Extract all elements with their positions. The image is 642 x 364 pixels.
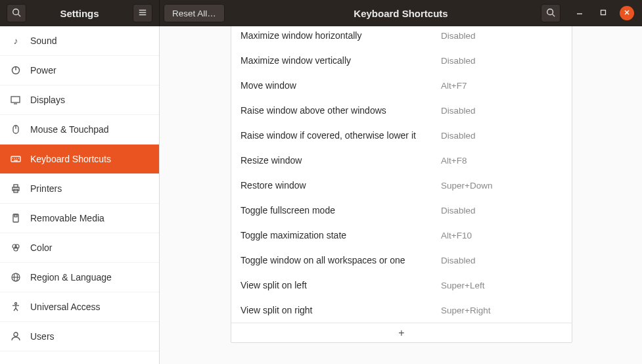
shortcut-label: Move window (241, 80, 441, 91)
svg-rect-24 (14, 185, 18, 187)
svg-line-37 (14, 308, 16, 311)
search-icon (546, 8, 555, 19)
sidebar-item-label: Displays (30, 95, 65, 105)
svg-rect-13 (11, 97, 20, 102)
shortcut-accel: Disabled (441, 31, 476, 41)
svg-point-34 (15, 303, 17, 305)
sidebar-item-keyboard-shortcuts[interactable]: Keyboard Shortcuts (0, 145, 159, 174)
printer-icon (11, 183, 21, 194)
sidebar-item-mouse[interactable]: Mouse & Touchpad (0, 115, 159, 145)
shortcut-accel: Super+Down (441, 181, 492, 191)
sidebar-item-color[interactable]: Color (0, 233, 159, 263)
shortcut-label: Maximize window horizontally (241, 30, 441, 41)
shortcut-accel: Disabled (441, 256, 476, 265)
minimize-icon (576, 9, 583, 17)
sidebar-item-label: Users (30, 331, 55, 342)
shortcut-accel: Alt+F8 (441, 156, 467, 166)
svg-rect-8 (601, 11, 606, 15)
shortcut-row[interactable]: Maximize window horizontally Disabled (231, 26, 572, 48)
svg-line-38 (16, 308, 18, 311)
color-icon (11, 242, 21, 253)
shortcut-label: Maximize window vertically (241, 55, 441, 66)
svg-line-6 (553, 14, 555, 16)
sidebar-item-label: Color (30, 242, 52, 253)
sidebar-item-sound[interactable]: ♪ Sound (0, 26, 159, 56)
sidebar-item-displays[interactable]: Displays (0, 85, 159, 115)
sidebar-item-label: Region & Language (30, 272, 112, 283)
svg-line-1 (18, 14, 21, 16)
shortcut-accel: Alt+F7 (441, 81, 467, 91)
hamburger-menu-button[interactable] (133, 4, 152, 22)
shortcut-label: Restore window (241, 180, 441, 191)
removable-media-icon (11, 213, 21, 223)
sidebar-item-label: Universal Access (30, 302, 101, 312)
sidebar-item-users[interactable]: Users (0, 322, 159, 352)
user-icon (11, 331, 21, 342)
mouse-icon (11, 124, 21, 135)
shortcut-row[interactable]: Raise window above other windows Disable… (231, 98, 572, 123)
sidebar: ♪ Sound Power Displays Mouse & Touch (0, 26, 160, 364)
shortcut-row[interactable]: Raise window if covered, otherwise lower… (231, 123, 572, 148)
main-content: Maximize window horizontally Disabled Ma… (160, 26, 642, 364)
music-note-icon: ♪ (11, 35, 21, 46)
shortcut-row[interactable]: Restore window Super+Down (231, 173, 572, 198)
shortcut-row[interactable]: Resize window Alt+F8 (231, 148, 572, 173)
keyboard-icon (11, 154, 21, 164)
shortcut-label: View split on left (241, 280, 441, 290)
maximize-icon (600, 9, 607, 17)
maximize-button[interactable] (596, 6, 610, 20)
sidebar-item-label: Mouse & Touchpad (30, 124, 109, 135)
svg-point-5 (547, 9, 553, 14)
sidebar-item-label: Printers (30, 183, 62, 194)
svg-point-39 (14, 332, 18, 336)
search-button[interactable] (7, 4, 26, 22)
shortcut-label: Raise window if covered, otherwise lower… (241, 130, 441, 141)
shortcut-row[interactable]: Maximize window vertically Disabled (231, 48, 572, 73)
header-search-button[interactable] (541, 4, 561, 22)
close-button[interactable] (620, 6, 634, 20)
shortcut-accel: Disabled (441, 206, 476, 216)
titlebar-right: Reset All… Keyboard Shortcuts (160, 0, 642, 26)
shortcut-label: Resize window (241, 155, 441, 166)
reset-all-button[interactable]: Reset All… (164, 4, 225, 22)
shortcut-row[interactable]: Toggle maximization state Alt+F10 (231, 223, 572, 248)
reset-all-label: Reset All… (172, 9, 216, 18)
titlebar-left: Settings (0, 0, 160, 26)
accessibility-icon (11, 302, 21, 312)
sidebar-item-label: Sound (30, 35, 57, 46)
shortcut-accel: Super+Left (441, 281, 484, 290)
shortcut-row[interactable]: Move window Alt+F7 (231, 73, 572, 98)
shortcut-row[interactable]: View split on left Super+Left (231, 273, 572, 298)
search-icon (12, 8, 21, 19)
shortcut-label: Toggle maximization state (241, 230, 441, 240)
svg-rect-26 (13, 214, 18, 222)
sidebar-item-power[interactable]: Power (0, 56, 159, 85)
sidebar-item-printers[interactable]: Printers (0, 174, 159, 204)
app-title: Settings (29, 8, 130, 19)
shortcut-row[interactable]: Toggle fullscreen mode Disabled (231, 198, 572, 223)
sidebar-item-region-language[interactable]: Region & Language (0, 263, 159, 292)
minimize-button[interactable] (572, 6, 587, 20)
sidebar-item-universal-access[interactable]: Universal Access (0, 292, 159, 322)
shortcut-label: Raise window above other windows (241, 105, 441, 116)
add-shortcut-button[interactable]: + (231, 323, 572, 342)
sidebar-item-label: Keyboard Shortcuts (30, 154, 111, 164)
shortcut-label: Toggle fullscreen mode (241, 205, 441, 216)
plus-icon: + (398, 327, 404, 339)
shortcut-row[interactable]: View split on right Super+Right (231, 298, 572, 323)
globe-icon (11, 272, 21, 283)
shortcut-accel: Disabled (441, 131, 476, 141)
sidebar-item-removable-media[interactable]: Removable Media (0, 204, 159, 233)
svg-rect-27 (14, 215, 17, 217)
displays-icon (11, 95, 21, 105)
power-icon (11, 65, 21, 76)
shortcuts-panel: Maximize window horizontally Disabled Ma… (231, 26, 572, 343)
close-icon (624, 9, 630, 17)
shortcut-accel: Alt+F10 (441, 231, 472, 240)
svg-point-0 (13, 9, 19, 14)
svg-rect-17 (11, 156, 20, 162)
titlebar: Settings Reset All… Keyboard Shortcuts (0, 0, 642, 26)
shortcut-row[interactable]: Toggle window on all workspaces or one D… (231, 248, 572, 273)
hamburger-icon (138, 8, 147, 19)
shortcut-accel: Super+Right (441, 306, 490, 315)
